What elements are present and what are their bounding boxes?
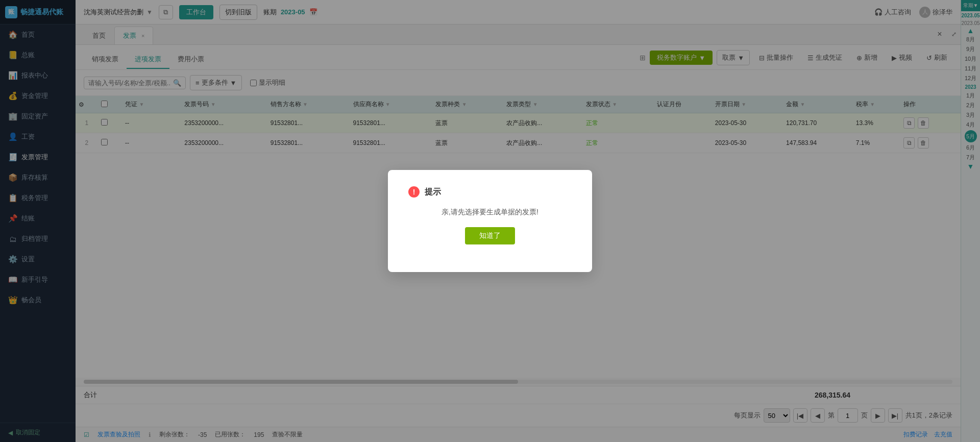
modal-ok-button[interactable]: 知道了 <box>465 227 515 244</box>
modal-message: 亲,请先选择要生成单据的发票! <box>436 208 544 217</box>
modal-overlay: ! 提示 亲,请先选择要生成单据的发票! 知道了 <box>0 0 980 442</box>
alert-modal: ! 提示 亲,请先选择要生成单据的发票! 知道了 <box>388 170 592 272</box>
modal-footer: 知道了 <box>465 227 515 244</box>
modal-header: ! 提示 <box>408 186 441 198</box>
modal-title: 提示 <box>425 187 441 198</box>
alert-icon: ! <box>408 186 420 198</box>
